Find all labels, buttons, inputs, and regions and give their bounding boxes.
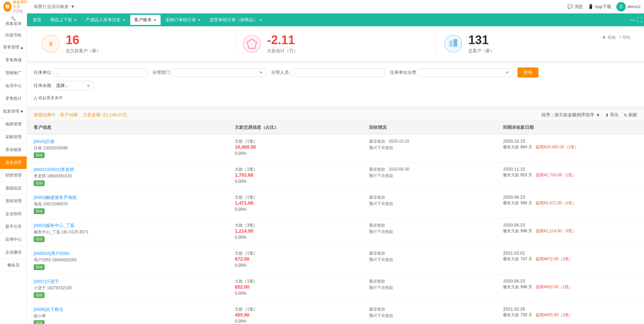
balance-select[interactable]: 选择... ▼ xyxy=(53,81,93,90)
due-date-00010200001: 2020.11.15 xyxy=(503,167,637,172)
sidebar-item-member[interactable]: 会员中心 xyxy=(0,80,27,92)
sidebar-item-label-purchase: 采购管理 xyxy=(5,135,22,139)
collapse-button[interactable]: ⋀ 收起更多条件 xyxy=(34,94,637,102)
results-sort[interactable]: 排序：按欠款金额倒序排序 ▼ xyxy=(541,112,600,118)
top-bar: 畅 畅捷通好生意示范版 母婴行业演示账套 ▼ 💬 消息 📱 App下载 D de… xyxy=(0,0,644,13)
stat-info-2: -2.11 欠款合计（万） xyxy=(267,33,298,54)
sidebar-item-enterprise[interactable]: 企业协同 xyxy=(0,208,27,220)
due-date-0003: 2020.06.23 xyxy=(503,195,637,200)
message-btn[interactable]: 💬 消息 xyxy=(567,4,583,10)
tab-close-product-off[interactable]: ✕ xyxy=(74,18,77,22)
customer-name-0006[interactable]: [0006]去下粮仓 xyxy=(34,306,235,313)
sidebar-item-batch-mgmt[interactable]: 批发管理 ▼ xyxy=(0,105,27,118)
sidebar-item-label-system: 系统管理 xyxy=(5,199,22,203)
sidebar-item-basic[interactable]: 基础信息 xyxy=(0,182,27,195)
sidebar-search[interactable]: 🔍 搜索菜单 xyxy=(0,13,27,30)
app-download-btn[interactable]: 📱 App下载 xyxy=(588,4,611,10)
stat-card-1: ¥ 16 总欠款客户（家） xyxy=(34,31,235,56)
export-label: 导出 xyxy=(610,112,619,118)
video-btn[interactable]: ▶ 视频 xyxy=(603,35,616,40)
sidebar-item-marketing[interactable]: 营销推广 xyxy=(0,67,27,80)
debt-amount-0006[interactable]: 455.90 xyxy=(235,312,369,318)
customer-tag-0007: 现销 xyxy=(34,292,45,298)
debt-amount-000002[interactable]: 672.00 xyxy=(235,256,369,262)
overdue-link-0003[interactable]: 超期¥1,471.00（1笔） xyxy=(536,201,576,205)
tab-close-product-history[interactable]: ✕ xyxy=(122,18,125,22)
sidebar-item-retail-mall[interactable]: 零售商城 xyxy=(0,54,27,67)
overdue-link-00010200001[interactable]: 超期¥1,703.68（1笔） xyxy=(536,173,576,177)
dept-label: 分管部门 xyxy=(152,69,170,76)
sidebar-item-capital[interactable]: 资金管理 xyxy=(0,156,27,169)
col-header-collection: 回收情况 xyxy=(369,124,503,130)
debt-amount-00010200001[interactable]: 1,703.68 xyxy=(235,172,369,178)
table-header: 客户信息 欠款交易信息（占比） 回收情况 到期未收款日期 xyxy=(27,121,644,135)
sidebar-item-vip[interactable]: 畅会员 xyxy=(0,259,27,272)
overdue-link-0016[interactable]: 超期¥10,000.00（1笔） xyxy=(536,145,579,149)
tab-customer-account-label: 客户账本 xyxy=(134,17,152,23)
dept-select[interactable]: ▼ xyxy=(172,68,266,77)
svg-rect-5 xyxy=(449,40,452,47)
debt-amount-0003[interactable]: 1,471.00 xyxy=(235,200,369,206)
company-selector[interactable]: 母婴行业演示账套 ▼ xyxy=(34,4,567,10)
sidebar-item-retail-mgmt[interactable]: 零售管理 ▲ xyxy=(0,41,27,54)
debt-amount-0016[interactable]: 10,000.00 xyxy=(235,144,369,150)
sidebar-item-retail-stats[interactable]: 零售统计 xyxy=(0,92,27,105)
tab-maximize-btn[interactable]: ⛶ xyxy=(637,17,642,23)
stat-number-3: 131 xyxy=(468,33,495,47)
debt-amount-0007[interactable]: 652.00 xyxy=(235,284,369,290)
tab-close-customer-account[interactable]: ✕ xyxy=(153,18,157,22)
query-button[interactable]: 查询 xyxy=(517,67,538,78)
due-info-0007: 2020.06.23 最长欠款 998 天 超期¥652.00（1笔） xyxy=(503,278,637,298)
tab-minimize-btn[interactable]: — xyxy=(630,17,635,23)
tab-purchase-stats[interactable]: 采购订单统计表 ✕ xyxy=(161,15,205,25)
customer-sub-000002: 用户2050 18665062050 xyxy=(34,257,235,263)
app-label: App下载 xyxy=(595,4,611,10)
sidebar-item-ops[interactable]: 经营管理 xyxy=(0,169,27,182)
username: demo2 xyxy=(627,4,641,9)
sidebar-item-app-center[interactable]: 应用中心 xyxy=(0,233,27,246)
sidebar-item-label-guide: 新手引导 xyxy=(5,224,22,229)
sidebar-quick-nav[interactable]: 快捷导航 xyxy=(0,30,27,41)
tab-customer-account[interactable]: 客户账本 ✕ xyxy=(130,15,161,25)
debt-percent-000002: 0.00% xyxy=(235,263,369,268)
tab-purchase-detail[interactable]: 进货单统计表（按商品） ✕ xyxy=(205,15,267,25)
user-profile[interactable]: D demo2 xyxy=(616,2,641,11)
overdue-link-0007[interactable]: 超期¥652.00（1笔） xyxy=(536,285,573,289)
tab-home[interactable]: 首页 xyxy=(29,15,46,25)
refresh-btn[interactable]: ↻ 刷新 xyxy=(624,112,637,118)
sidebar-item-inventory[interactable]: 库存核算 xyxy=(0,144,27,156)
help-label: 帮助 xyxy=(622,35,631,40)
tab-product-off[interactable]: 商品上下架 ✕ xyxy=(46,15,81,25)
customer-name-0002[interactable]: [0002]服务中心_丁磊 xyxy=(34,223,235,229)
debt-percent-0003: 0.00% xyxy=(235,207,369,212)
results-amount: 欠款金额 -21,148.07元 xyxy=(83,112,127,117)
tab-close-purchase-detail[interactable]: ✕ xyxy=(259,18,262,22)
export-btn[interactable]: ⬇ 导出 xyxy=(605,112,619,118)
tab-product-history[interactable]: 产成品入库单历史 ✕ xyxy=(82,15,130,25)
collection-info-00010200001: 最近收款 2020-06-30 预计下次收款 xyxy=(369,167,503,186)
source-unit-input[interactable]: ... xyxy=(53,68,147,77)
person-input[interactable]: ... xyxy=(290,68,385,77)
stat-info-1: 16 总欠款客户（家） xyxy=(66,33,101,54)
overdue-link-0002[interactable]: 超期¥1,214.00（3笔） xyxy=(536,229,576,233)
customer-name-0003[interactable]: [0003]畅捷服务尹海燕 xyxy=(34,195,235,201)
customer-name-0007[interactable]: [0007]小迸干 xyxy=(34,278,235,285)
debt-amount-0002[interactable]: 1,214.00 xyxy=(235,228,369,234)
sidebar-item-guide[interactable]: 新手引导 xyxy=(0,220,27,233)
help-btn[interactable]: ? 帮助 xyxy=(619,35,631,40)
customer-tag-0002: 现销 xyxy=(34,236,45,242)
col-header-duedate: 到期未收款日期 xyxy=(503,124,637,130)
customer-name-000002[interactable]: [000002]用户2050 xyxy=(34,251,235,257)
sidebar-item-system[interactable]: 系统管理 xyxy=(0,195,27,208)
tab-close-purchase-stats[interactable]: ✕ xyxy=(198,18,201,22)
sidebar-item-enterprise-wx[interactable]: 企业微信 xyxy=(0,246,27,259)
tab-product-off-label: 商品上下架 xyxy=(50,17,72,23)
customer-name-0016[interactable]: [0016]吕俊 xyxy=(34,139,235,145)
sidebar-item-purchase-mgmt[interactable]: 采购管理 xyxy=(0,131,27,144)
overdue-link-000002[interactable]: 超期¥672.00（1笔） xyxy=(536,257,573,261)
customer-name-00010200001[interactable]: [0001020001]李老师 xyxy=(34,167,235,173)
unit-cat-select[interactable]: ▼ xyxy=(418,68,512,77)
sidebar-item-ecom-mgmt[interactable]: 电商管理 xyxy=(0,118,27,131)
filter-person: 分管人员 ... xyxy=(271,68,385,77)
overdue-link-0006[interactable]: 超期¥455.90（1笔） xyxy=(536,313,573,317)
